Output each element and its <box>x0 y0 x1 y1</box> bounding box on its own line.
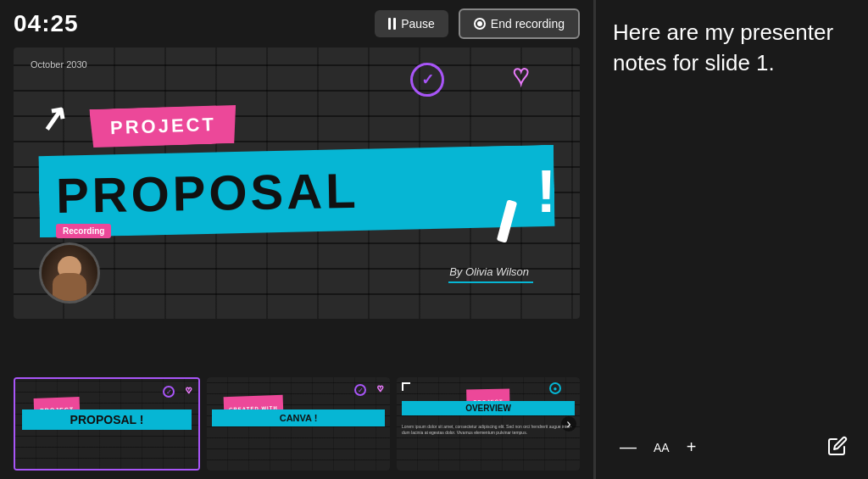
exclamation-mark: ! <box>537 158 556 226</box>
recording-badge: Recording <box>56 224 111 238</box>
author-underline <box>448 281 533 283</box>
thumb-2-check-icon: ✓ <box>354 384 366 396</box>
webcam-person-image <box>42 245 97 301</box>
timer-display: 04:25 <box>14 10 364 37</box>
font-increase-button[interactable]: + <box>680 434 704 460</box>
main-area: 04:25 Pause End recording October 2030 ✓… <box>0 0 593 479</box>
font-size-controls: — AA + <box>613 434 703 460</box>
thumb-3-corner-icon: ● <box>549 382 561 394</box>
proposal-label: PROPOSAL <box>55 163 359 223</box>
font-decrease-button[interactable]: — <box>613 434 643 460</box>
slide-canvas: October 2030 ✓ ♥ ↗ PROJECT PROPOSAL ! By… <box>14 47 580 319</box>
top-bar: 04:25 Pause End recording <box>0 0 593 47</box>
author-text: By Olivia Wilson <box>449 265 529 278</box>
thumb-1-proposal-banner: PROPOSAL ! <box>22 409 192 430</box>
slide-main-container: October 2030 ✓ ♥ ↗ PROJECT PROPOSAL ! By… <box>0 47 593 369</box>
notes-text: Here are my presenter notes for slide 1. <box>613 17 851 419</box>
end-recording-button[interactable]: End recording <box>459 8 580 39</box>
webcam-preview <box>39 242 100 304</box>
record-dot-icon <box>474 18 486 30</box>
slide-date: October 2030 <box>31 59 87 70</box>
thumbnail-1[interactable]: ✓ ♥ PROJECT PROPOSAL ! <box>14 377 200 471</box>
thumb-3-body-text: Lorem ipsum dolor sit amet, consectetur … <box>402 424 575 436</box>
notes-panel: Here are my presenter notes for slide 1.… <box>596 0 868 479</box>
edit-notes-button[interactable] <box>824 432 851 462</box>
cyan-proposal-banner: PROPOSAL <box>38 145 555 238</box>
thumb-3-corner-tl <box>402 382 410 391</box>
thumb-2-heart-icon: ♥ <box>377 382 383 394</box>
thumb-2-main-banner: CANVA ! <box>212 409 385 426</box>
thumb-1-check-icon: ✓ <box>163 386 175 398</box>
pause-label: Pause <box>401 17 435 31</box>
thumbnail-2[interactable]: ✓ ♥ CREATED WITH CANVA ! <box>207 377 390 471</box>
edit-icon <box>827 436 848 456</box>
checkmark-decoration: ✓ <box>410 63 444 97</box>
font-label: AA <box>654 441 670 454</box>
notes-footer: — AA + <box>613 419 851 462</box>
thumb-3-main-label: OVERVIEW <box>404 404 572 413</box>
thumb-1-heart-icon: ♥ <box>186 384 192 396</box>
thumbnail-strip: ✓ ♥ PROJECT PROPOSAL ! ✓ ♥ CREATED WITH … <box>0 369 593 479</box>
pause-button[interactable]: Pause <box>375 10 448 37</box>
thumb-2-main-label: CANVA ! <box>215 413 381 423</box>
thumbnail-3[interactable]: ● › PROJECT OVERVIEW Lorem ipsum dolor s… <box>397 377 580 471</box>
end-recording-label: End recording <box>491 17 565 31</box>
project-label: PROJECT <box>110 114 217 138</box>
thumb-3-overview-banner: OVERVIEW <box>402 401 575 415</box>
heart-decoration: ♥ <box>513 59 529 91</box>
pink-project-banner: PROJECT <box>89 104 236 148</box>
thumb-1-main-label: PROPOSAL ! <box>25 413 188 426</box>
pause-icon <box>388 18 396 30</box>
